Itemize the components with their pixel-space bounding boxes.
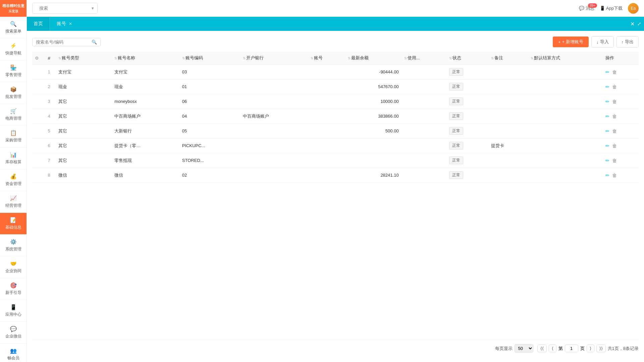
sidebar-item-system[interactable]: ⚙️ 系统管理 <box>0 235 26 256</box>
avatar[interactable]: Ea <box>628 3 639 14</box>
row-usage <box>401 168 447 183</box>
sidebar-item-app-center[interactable]: 📱 应用中心 <box>0 300 26 322</box>
sidebar-item-operation[interactable]: 📈 经营管理 <box>0 191 26 213</box>
export-button[interactable]: ↑ 导出 <box>616 36 639 48</box>
table-header-status[interactable]: ⇅状态 <box>446 52 488 65</box>
row-bank <box>240 168 308 183</box>
table-header-note[interactable]: ⇅备注 <box>488 52 528 65</box>
message-button[interactable]: 💬 消息 99+ <box>579 5 594 11</box>
row-note <box>488 153 528 168</box>
delete-button[interactable]: 🗑 <box>612 128 617 134</box>
table-header-usage[interactable]: ⇅使用... <box>401 52 447 65</box>
sidebar-item-basic-info[interactable]: 📝 基础信息 <box>0 213 26 235</box>
row-note <box>488 94 528 109</box>
row-action: ✏ 🗑 <box>603 138 639 153</box>
row-type: 微信 <box>56 168 112 183</box>
sidebar-item-finance[interactable]: 💰 资金管理 <box>0 169 26 191</box>
page-unit: 页 <box>580 346 585 352</box>
next-page-button[interactable]: ⟩ <box>587 345 594 352</box>
sidebar-item-label: 快捷导航 <box>5 50 21 56</box>
row-balance: 383866.00 <box>345 109 401 124</box>
tab-panel-close-icon[interactable]: ✕ <box>630 21 635 27</box>
sidebar-item-wholesale[interactable]: 📦 批发管理 <box>0 82 26 104</box>
delete-button[interactable]: 🗑 <box>612 143 617 148</box>
row-name: 中百商场账户 <box>112 109 179 124</box>
table-header-account[interactable]: ⇅账号 <box>308 52 345 65</box>
edit-button[interactable]: ✏ <box>605 143 609 148</box>
prev-page-button[interactable]: ⟨ <box>549 345 556 352</box>
page-size-select[interactable]: 50 100 <box>515 344 533 353</box>
row-status: 正常 <box>446 124 488 138</box>
row-balance: 547670.00 <box>345 79 401 94</box>
edit-button[interactable]: ✏ <box>605 69 609 75</box>
add-account-button[interactable]: + + 新增账号 <box>553 37 589 47</box>
table-header-type[interactable]: ⇅账号类型 <box>56 52 112 65</box>
sidebar-item-purchase[interactable]: 📋 采购管理 <box>0 126 26 147</box>
delete-button[interactable]: 🗑 <box>612 158 617 163</box>
delete-button[interactable]: 🗑 <box>612 173 617 178</box>
avatar-initials: Ea <box>631 6 636 11</box>
edit-button[interactable]: ✏ <box>605 173 609 178</box>
sidebar-nav: 🔍 搜索菜单 ⚡ 快捷导航 🏪 零售管理 📦 批发管理 🛒 电商管理 📋 采购管… <box>0 17 26 362</box>
delete-button[interactable]: 🗑 <box>612 114 617 119</box>
row-action: ✏ 🗑 <box>603 153 639 168</box>
delete-button[interactable]: 🗑 <box>612 69 617 75</box>
app-download-button[interactable]: 📱 App下载 <box>600 5 623 11</box>
toolbar-right: + + 新增账号 ↓ 导入 ↑ 导出 <box>553 36 639 48</box>
sidebar-item-label: 应用中心 <box>5 312 21 317</box>
row-gear <box>32 109 42 124</box>
tab-accounts[interactable]: 账号 ✕ <box>50 17 79 31</box>
page-number-input[interactable] <box>565 345 578 352</box>
table-header-balance[interactable]: ⇅最新余额 <box>345 52 401 65</box>
row-num: 8 <box>42 168 56 183</box>
target-icon: 🎯 <box>10 282 17 289</box>
tab-maximize-icon[interactable]: ⤢ <box>637 21 641 26</box>
row-name: 零售抵现 <box>112 153 179 168</box>
sidebar-item-inventory[interactable]: 📊 库存核算 <box>0 147 26 169</box>
row-status: 正常 <box>446 79 488 94</box>
delete-button[interactable]: 🗑 <box>612 99 617 104</box>
row-account <box>308 124 345 138</box>
table-header-bank[interactable]: ⇅开户银行 <box>240 52 308 65</box>
edit-button[interactable]: ✏ <box>605 114 609 119</box>
sidebar-item-retail[interactable]: 🏪 零售管理 <box>0 60 26 82</box>
row-note <box>488 79 528 94</box>
settings-icon[interactable]: ⚙ <box>35 56 39 61</box>
status-badge: 正常 <box>449 83 463 90</box>
search-input[interactable] <box>36 40 90 45</box>
delete-button[interactable]: 🗑 <box>612 84 617 89</box>
row-action: ✏ 🗑 <box>603 109 639 124</box>
first-page-button[interactable]: ⟨⟨ <box>537 345 547 352</box>
row-gear <box>32 138 42 153</box>
sidebar-item-label: 畅会员 <box>7 355 19 361</box>
top-search-input[interactable] <box>36 4 90 12</box>
row-num: 3 <box>42 94 56 109</box>
edit-button[interactable]: ✏ <box>605 158 609 163</box>
row-num: 2 <box>42 79 56 94</box>
row-gear <box>32 153 42 168</box>
sidebar-item-company-agreement[interactable]: 🤝 企业协同 <box>0 256 26 278</box>
bell-icon: 💬 <box>579 6 584 11</box>
sidebar-item-wechat[interactable]: 💬 企业微信 <box>0 322 26 344</box>
sidebar-item-quick-nav[interactable]: ⚡ 快捷导航 <box>0 39 26 60</box>
table-header: ⚙ # ⇅账号类型 ⇅账号名称 ⇅账号编码 ⇅开户银行 ⇅账号 ⇅最新余额 ⇅使… <box>32 52 639 65</box>
row-usage <box>401 94 447 109</box>
sidebar-item-search-menu[interactable]: 🔍 搜索菜单 <box>0 17 26 39</box>
tab-close-icon[interactable]: ✕ <box>69 21 72 26</box>
tab-home[interactable]: 首页 <box>27 17 50 31</box>
table-header-code[interactable]: ⇅账号编码 <box>179 52 240 65</box>
table-header-name[interactable]: ⇅账号名称 <box>112 52 179 65</box>
import-button[interactable]: ↓ 导入 <box>591 36 614 48</box>
sidebar-item-member[interactable]: 👥 畅会员 <box>0 344 26 362</box>
sidebar-item-ecommerce[interactable]: 🛒 电商管理 <box>0 104 26 126</box>
edit-button[interactable]: ✏ <box>605 128 609 134</box>
gear-icon: ⚙️ <box>10 239 17 245</box>
sidebar-item-newbie[interactable]: 🎯 新手引导 <box>0 278 26 300</box>
edit-button[interactable]: ✏ <box>605 99 609 104</box>
import-icon: ↓ <box>596 40 599 45</box>
message-badge: 99+ <box>588 3 597 8</box>
edit-button[interactable]: ✏ <box>605 84 609 89</box>
table-header-default-settlement[interactable]: ⇅默认结算方式 <box>528 52 603 65</box>
status-badge: 正常 <box>449 157 463 164</box>
last-page-button[interactable]: ⟩⟩ <box>596 345 606 352</box>
